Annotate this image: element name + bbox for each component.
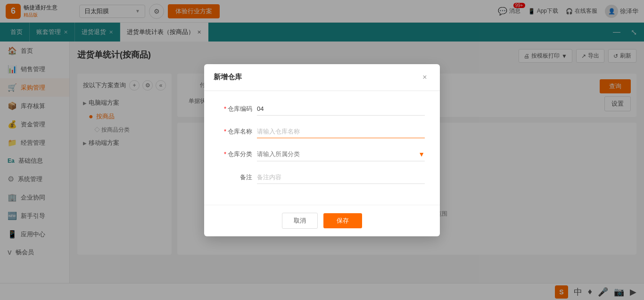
dialog-close-button[interactable]: × [419,72,430,83]
category-label: 仓库分类 [219,150,257,158]
save-button[interactable]: 保存 [323,213,362,228]
remark-input[interactable] [257,171,425,184]
dialog-title: 新增仓库 [214,73,242,82]
category-select-input[interactable] [257,150,418,158]
remark-label: 备注 [219,173,257,182]
category-dropdown-arrow: ▼ [418,150,425,158]
dialog-footer: 取消 保存 [204,205,440,236]
name-label: 仓库名称 [219,127,257,136]
cancel-button[interactable]: 取消 [282,213,318,229]
category-select-wrapper[interactable]: ▼ [257,148,425,161]
dialog-overlay[interactable]: 新增仓库 × 仓库编码 仓库名称 仓库分类 ▼ 备注 [0,0,644,300]
dialog-body: 仓库编码 仓库名称 仓库分类 ▼ 备注 [204,91,440,205]
dialog-header: 新增仓库 × [204,64,440,91]
warehouse-code-input[interactable] [257,102,425,116]
form-row-category: 仓库分类 ▼ [219,148,425,161]
code-label: 仓库编码 [219,105,257,113]
form-row-code: 仓库编码 [219,102,425,116]
form-row-remark: 备注 [219,171,425,184]
form-row-name: 仓库名称 [219,125,425,138]
warehouse-name-input[interactable] [257,125,425,138]
new-warehouse-dialog: 新增仓库 × 仓库编码 仓库名称 仓库分类 ▼ 备注 [204,64,440,236]
